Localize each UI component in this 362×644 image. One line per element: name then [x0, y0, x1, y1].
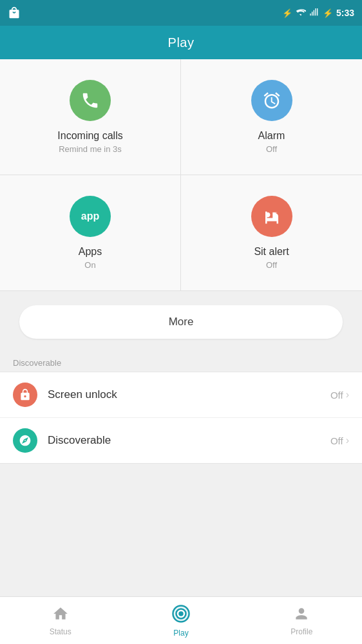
grid-item-alarm[interactable]: Alarm Off: [181, 59, 362, 175]
app-header: Play: [0, 26, 362, 59]
shop-icon: [8, 6, 21, 19]
time-display: 5:33: [336, 8, 354, 18]
apps-title: Apps: [79, 246, 102, 258]
status-bar-left: [8, 6, 21, 19]
discoverable-value: Off: [330, 435, 343, 446]
discoverable-icon-circle: [13, 428, 37, 453]
alarm-subtitle: Off: [266, 144, 277, 154]
bluetooth-icon: ⚡: [282, 8, 292, 18]
screen-unlock-value: Off: [330, 390, 343, 401]
phone-icon: [81, 91, 100, 110]
play-nav-icon: [171, 604, 191, 626]
discoverable-section: Discoverable Screen unlock Off › Discove…: [0, 353, 362, 464]
sit-alert-icon-circle: [251, 196, 292, 237]
nav-item-profile[interactable]: Profile: [242, 597, 362, 644]
signal-icon: [309, 7, 319, 19]
status-bar-right: ⚡ ⚡ 5:33: [282, 7, 354, 19]
alarm-icon-circle: [251, 80, 292, 121]
status-bar: ⚡ ⚡ 5:33: [0, 0, 362, 26]
app-text-icon: app: [81, 211, 99, 222]
screen-unlock-icon-circle: [13, 383, 37, 407]
apps-subtitle: On: [84, 260, 95, 270]
wifi-icon: [296, 7, 306, 19]
page-title: Play: [168, 35, 195, 50]
alarm-title: Alarm: [258, 130, 285, 142]
nav-item-play[interactable]: Play: [120, 597, 241, 644]
discoverable-chevron: ›: [346, 435, 349, 446]
grid-item-incoming-calls[interactable]: Incoming calls Remind me in 3s: [0, 59, 181, 175]
incoming-calls-title: Incoming calls: [57, 130, 122, 142]
discoverable-item[interactable]: Discoverable Off ›: [0, 418, 362, 463]
more-section: More: [0, 291, 362, 353]
status-nav-label: Status: [50, 627, 71, 636]
sit-alert-subtitle: Off: [266, 260, 277, 270]
more-button[interactable]: More: [19, 305, 343, 339]
person-icon: [293, 605, 310, 625]
bottom-nav: Status Play Profile: [0, 596, 362, 644]
screen-unlock-chevron: ›: [346, 389, 349, 401]
grid-item-apps[interactable]: app Apps On: [0, 175, 181, 290]
grid-item-sit-alert[interactable]: Sit alert Off: [181, 175, 362, 290]
alarm-icon: [262, 91, 281, 110]
profile-nav-label: Profile: [291, 627, 312, 636]
screen-unlock-item[interactable]: Screen unlock Off ›: [0, 372, 362, 418]
sit-alert-title: Sit alert: [254, 246, 289, 258]
broadcast-icon: [19, 434, 32, 447]
battery-icon: ⚡: [323, 8, 333, 18]
discoverable-section-label: Discoverable: [0, 353, 362, 372]
apps-icon-circle: app: [70, 196, 111, 237]
lock-icon: [19, 388, 32, 401]
incoming-calls-icon-circle: [70, 80, 111, 121]
nav-item-status[interactable]: Status: [0, 597, 120, 644]
screen-unlock-label: Screen unlock: [48, 388, 330, 401]
discoverable-label: Discoverable: [48, 434, 330, 447]
play-nav-label: Play: [173, 629, 188, 638]
home-icon: [52, 605, 69, 625]
svg-point-4: [178, 611, 184, 616]
incoming-calls-subtitle: Remind me in 3s: [59, 144, 122, 154]
chair-icon: [262, 207, 281, 226]
settings-list: Screen unlock Off › Discoverable Off ›: [0, 372, 362, 464]
notification-grid: Incoming calls Remind me in 3s Alarm Off…: [0, 59, 362, 291]
